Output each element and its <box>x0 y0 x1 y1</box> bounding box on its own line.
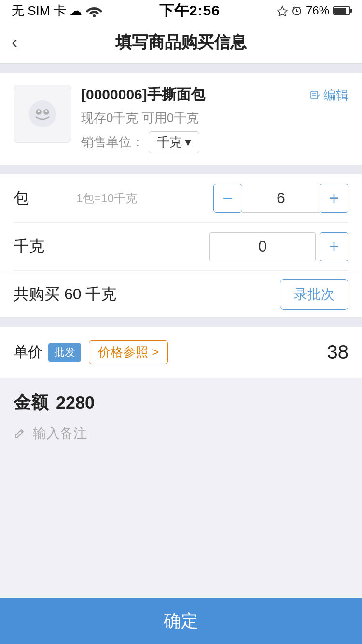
empty-area <box>0 443 362 588</box>
alarm-icon <box>292 5 302 16</box>
edit-button[interactable]: 编辑 <box>310 87 348 104</box>
product-name: [0000006]手撕面包 <box>81 85 348 105</box>
location-icon <box>277 5 288 16</box>
kg-label: 千克 <box>14 236 71 257</box>
summary-text: 共购买 60 千克 <box>14 284 116 305</box>
svg-point-6 <box>29 100 56 127</box>
separator-1 <box>0 64 362 73</box>
status-left: 无 SIM 卡 ☁ <box>12 2 102 19</box>
product-info: [0000006]手撕面包 现存0千克 可用0千克 销售单位： 千克 ▾ <box>81 85 348 153</box>
product-unit-row: 销售单位： 千克 ▾ <box>81 131 348 153</box>
bao-input[interactable] <box>242 184 320 213</box>
separator-3 <box>0 317 362 327</box>
input-section: 包 1包=10千克 − + 千克 + <box>0 174 362 271</box>
price-label: 单价 <box>14 342 42 362</box>
amount-row: 金额 2280 <box>14 391 348 415</box>
svg-point-9 <box>38 110 40 112</box>
amount-value: 2280 <box>56 393 95 413</box>
unit-value: 千克 <box>157 134 182 151</box>
note-row[interactable]: 输入备注 <box>14 424 348 443</box>
price-badge: 批发 <box>48 343 81 362</box>
wifi-icon <box>86 4 102 17</box>
page-title: 填写商品购买信息 <box>115 31 247 54</box>
battery-icon <box>333 6 350 15</box>
pencil-icon <box>14 427 27 440</box>
svg-point-0 <box>93 14 96 17</box>
status-time: 下午2:56 <box>159 1 220 21</box>
nav-bar: ‹ 填写商品购买信息 <box>0 21 362 64</box>
edit-label: 编辑 <box>323 87 348 104</box>
sim-text: 无 SIM 卡 ☁ <box>12 2 82 19</box>
product-thumbnail <box>14 85 71 143</box>
confirm-button[interactable]: 确定 <box>0 598 362 644</box>
bao-increment-button[interactable]: + <box>320 184 348 213</box>
kg-controls: + <box>209 232 348 261</box>
unit-chevron-icon: ▾ <box>185 135 191 150</box>
bao-input-row: 包 1包=10千克 − + <box>14 174 348 223</box>
note-label: 输入备注 <box>33 424 87 443</box>
price-section: 单价 批发 价格参照 > 38 <box>0 327 362 378</box>
unit-select[interactable]: 千克 ▾ <box>149 131 199 153</box>
battery-text: 76% <box>306 4 329 17</box>
price-reference-button[interactable]: 价格参照 > <box>89 340 168 364</box>
amount-label: 金额 <box>14 391 48 415</box>
separator-2 <box>0 165 362 174</box>
kg-input-row: 千克 + <box>14 223 348 271</box>
price-ref-label: 价格参照 > <box>98 344 159 361</box>
price-value: 38 <box>327 341 349 363</box>
product-card: [0000006]手撕面包 现存0千克 可用0千克 销售单位： 千克 ▾ 编辑 <box>0 73 362 165</box>
svg-rect-11 <box>311 91 318 99</box>
amount-section: 金额 2280 输入备注 <box>0 378 362 443</box>
unit-label: 销售单位： <box>81 134 144 151</box>
bao-hint: 1包=10千克 <box>76 191 137 206</box>
status-right: 76% <box>277 4 350 17</box>
kg-input[interactable] <box>209 232 316 261</box>
summary-section: 共购买 60 千克 录批次 <box>0 271 362 317</box>
svg-point-10 <box>45 110 47 112</box>
product-stock: 现存0千克 可用0千克 <box>81 110 348 126</box>
bao-controls: − + <box>213 184 348 213</box>
bao-label: 包 <box>14 188 71 209</box>
edit-icon <box>310 90 320 101</box>
bao-decrement-button[interactable]: − <box>213 184 242 213</box>
confirm-label: 确定 <box>164 609 198 633</box>
back-button[interactable]: ‹ <box>12 32 17 53</box>
record-batch-button[interactable]: 录批次 <box>280 279 348 310</box>
status-bar: 无 SIM 卡 ☁ 下午2:56 76% <box>0 0 362 21</box>
kg-increment-button[interactable]: + <box>320 232 348 261</box>
product-logo-icon <box>28 99 57 128</box>
